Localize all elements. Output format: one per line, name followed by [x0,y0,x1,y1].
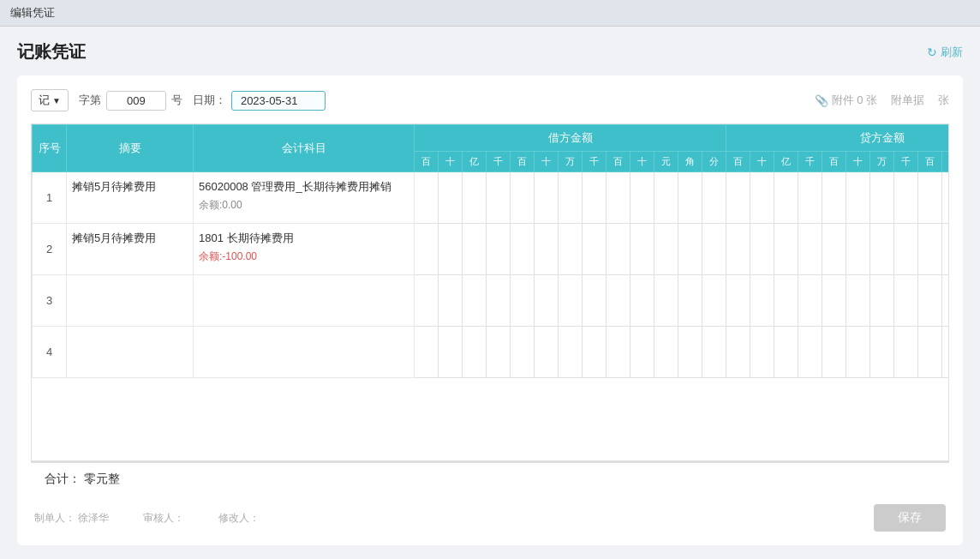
debit-digit-cell[interactable] [535,224,559,275]
debit-digit-cell[interactable] [630,327,654,378]
debit-digit-cell[interactable] [607,172,630,224]
account-cell[interactable] [194,275,415,327]
credit-digit-cell[interactable] [774,224,798,275]
debit-digit-cell[interactable] [607,224,630,275]
debit-digit-cell[interactable] [702,327,726,378]
credit-digit-cell[interactable] [822,327,846,378]
debit-digit-cell[interactable] [654,275,678,327]
debit-digit-cell[interactable] [463,327,487,378]
debit-digit-cell[interactable] [583,327,607,378]
debit-digit-cell[interactable] [439,224,463,275]
table-wrapper[interactable]: 序号 摘要 会计科目 借方金额 贷方金额 百 十 亿 千 [31,123,949,461]
credit-digit-cell[interactable] [726,275,750,327]
debit-digit-cell[interactable] [511,172,535,224]
debit-digit-cell[interactable] [702,172,726,224]
debit-digit-cell[interactable] [654,172,678,224]
credit-digit-cell[interactable] [870,224,894,275]
summary-cell[interactable]: 摊销5月待摊费用 [67,172,194,224]
credit-digit-cell[interactable] [798,172,822,224]
credit-digit-cell[interactable] [918,327,942,378]
debit-digit-cell[interactable] [678,327,702,378]
credit-digit-cell[interactable] [846,224,870,275]
debit-digit-cell[interactable] [439,172,463,224]
credit-digit-cell[interactable] [798,224,822,275]
debit-digit-cell[interactable] [583,172,607,224]
account-cell[interactable] [194,327,415,378]
debit-digit-cell[interactable] [559,327,583,378]
credit-digit-cell[interactable] [870,172,894,224]
debit-digit-cell[interactable] [511,275,535,327]
debit-digit-cell[interactable] [535,172,559,224]
debit-digit-cell[interactable] [559,224,583,275]
debit-digit-cell[interactable] [415,275,439,327]
table-row[interactable]: 1摊销5月待摊费用56020008 管理费用_长期待摊费用摊销余额:0.00 [33,172,950,224]
attach-doc-label[interactable]: 附单据 [891,93,924,108]
debit-digit-cell[interactable] [702,275,726,327]
debit-digit-cell[interactable] [607,327,630,378]
refresh-button[interactable]: ↻ 刷新 [927,45,963,60]
debit-digit-cell[interactable] [583,224,607,275]
summary-cell[interactable] [67,275,194,327]
credit-digit-cell[interactable] [942,224,949,275]
credit-digit-cell[interactable] [894,224,918,275]
table-row[interactable]: 2摊销5月待摊费用1801 长期待摊费用余额:-100.00 [33,224,950,275]
credit-digit-cell[interactable] [750,172,774,224]
credit-digit-cell[interactable] [726,327,750,378]
debit-digit-cell[interactable] [415,172,439,224]
debit-digit-cell[interactable] [654,224,678,275]
credit-digit-cell[interactable] [846,327,870,378]
debit-digit-cell[interactable] [535,275,559,327]
credit-digit-cell[interactable] [846,275,870,327]
debit-digit-cell[interactable] [439,275,463,327]
debit-digit-cell[interactable] [439,327,463,378]
table-row[interactable]: 4 [33,327,950,378]
debit-digit-cell[interactable] [415,224,439,275]
credit-digit-cell[interactable] [822,275,846,327]
debit-digit-cell[interactable] [415,327,439,378]
credit-digit-cell[interactable] [822,224,846,275]
credit-digit-cell[interactable] [894,172,918,224]
credit-digit-cell[interactable] [942,327,949,378]
debit-digit-cell[interactable] [463,172,487,224]
debit-digit-cell[interactable] [654,327,678,378]
debit-digit-cell[interactable] [630,172,654,224]
debit-digit-cell[interactable] [630,275,654,327]
credit-digit-cell[interactable] [894,327,918,378]
credit-digit-cell[interactable] [798,275,822,327]
credit-digit-cell[interactable] [798,327,822,378]
credit-digit-cell[interactable] [918,224,942,275]
debit-digit-cell[interactable] [487,224,511,275]
credit-digit-cell[interactable] [750,327,774,378]
debit-digit-cell[interactable] [511,327,535,378]
credit-digit-cell[interactable] [942,172,949,224]
account-cell[interactable]: 56020008 管理费用_长期待摊费用摊销余额:0.00 [194,172,415,224]
debit-digit-cell[interactable] [487,172,511,224]
debit-digit-cell[interactable] [511,224,535,275]
debit-digit-cell[interactable] [463,224,487,275]
account-cell[interactable]: 1801 长期待摊费用余额:-100.00 [194,224,415,275]
credit-digit-cell[interactable] [846,172,870,224]
debit-digit-cell[interactable] [630,224,654,275]
type-select-button[interactable]: 记 ▼ [31,89,69,111]
save-button[interactable]: 保存 [874,504,946,532]
number-input[interactable] [106,91,166,111]
debit-digit-cell[interactable] [463,275,487,327]
credit-digit-cell[interactable] [870,275,894,327]
credit-digit-cell[interactable] [774,275,798,327]
debit-digit-cell[interactable] [678,275,702,327]
credit-digit-cell[interactable] [774,172,798,224]
debit-digit-cell[interactable] [702,224,726,275]
credit-digit-cell[interactable] [894,275,918,327]
credit-digit-cell[interactable] [750,224,774,275]
credit-digit-cell[interactable] [918,172,942,224]
table-row[interactable]: 3 [33,275,950,327]
debit-digit-cell[interactable] [535,327,559,378]
summary-cell[interactable]: 摊销5月待摊费用 [67,224,194,275]
credit-digit-cell[interactable] [918,275,942,327]
summary-cell[interactable] [67,327,194,378]
credit-digit-cell[interactable] [870,327,894,378]
debit-digit-cell[interactable] [487,327,511,378]
attachment-link[interactable]: 📎 附件 0 张 [815,93,877,108]
debit-digit-cell[interactable] [559,275,583,327]
debit-digit-cell[interactable] [678,172,702,224]
